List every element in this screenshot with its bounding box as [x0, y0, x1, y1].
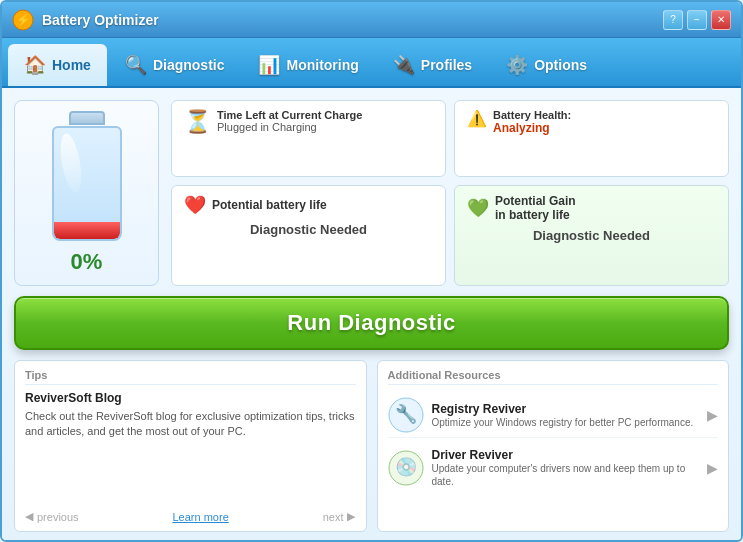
health-status: Analyzing: [493, 121, 571, 135]
battery-percent: 0%: [71, 249, 103, 275]
nav-monitoring-label: Monitoring: [286, 57, 358, 73]
time-header-row: ⏳ Time Left at Current Charge Plugged in…: [184, 109, 362, 135]
title-bar: ⚡ Battery Optimizer ? − ✕: [2, 2, 741, 38]
help-button[interactable]: ?: [663, 10, 683, 30]
potential-gain-label1: Potential Gain: [495, 194, 576, 208]
run-diagnostic-button[interactable]: Run Diagnostic: [14, 296, 729, 350]
potential-gain-header: 💚 Potential Gain in battery life: [467, 194, 716, 222]
learn-more-link[interactable]: Learn more: [173, 511, 229, 523]
health-info: Battery Health: Analyzing: [493, 109, 571, 135]
options-icon: ⚙️: [506, 54, 528, 76]
registry-reviver-arrow: ▶: [707, 407, 718, 423]
potential-gain-value: Diagnostic Needed: [467, 226, 716, 245]
resources-panel: Additional Resources 🔧 Registry Reviver …: [377, 360, 730, 532]
potential-life-label: Potential battery life: [212, 198, 327, 212]
potential-gain-panel: 💚 Potential Gain in battery life Diagnos…: [454, 185, 729, 287]
battery-cap: [69, 111, 105, 125]
app-icon: ⚡: [12, 9, 34, 31]
tips-next-button[interactable]: next ▶: [323, 510, 356, 523]
potential-life-value: Diagnostic Needed: [184, 220, 433, 239]
svg-text:💿: 💿: [395, 456, 418, 478]
info-panels: ⏳ Time Left at Current Charge Plugged in…: [171, 100, 729, 286]
driver-reviver-icon: 💿: [388, 450, 424, 486]
nav-options-label: Options: [534, 57, 587, 73]
health-panel: ⚠️ Battery Health: Analyzing: [454, 100, 729, 177]
driver-reviver-desc: Update your computer's drivers now and k…: [432, 462, 700, 488]
tips-title: ReviverSoft Blog: [25, 391, 356, 405]
registry-reviver-text: Registry Reviver Optimize your Windows r…: [432, 402, 700, 429]
heart-plus-icon: 💚: [467, 197, 489, 219]
battery-display: 0%: [14, 100, 159, 286]
health-label: Battery Health:: [493, 109, 571, 121]
tips-text: Check out the ReviverSoft blog for exclu…: [25, 409, 356, 440]
diagnostic-icon: 🔍: [125, 54, 147, 76]
tips-previous-button[interactable]: ◀ previous: [25, 510, 79, 523]
driver-reviver-arrow: ▶: [707, 460, 718, 476]
minimize-button[interactable]: −: [687, 10, 707, 30]
registry-reviver-desc: Optimize your Windows registry for bette…: [432, 416, 700, 429]
nav-bar: 🏠 Home 🔍 Diagnostic 📊 Monitoring 🔌 Profi…: [2, 38, 741, 88]
time-info: Time Left at Current Charge Plugged in C…: [217, 109, 362, 133]
top-section: 0% ⏳ Time Left at Current Charge Plugged…: [14, 100, 729, 286]
next-label: next: [323, 511, 344, 523]
time-sub: Plugged in Charging: [217, 121, 362, 133]
warning-triangle-icon: ⚠️: [467, 109, 487, 128]
nav-profiles-label: Profiles: [421, 57, 472, 73]
registry-reviver-icon: 🔧: [388, 397, 424, 433]
nav-options[interactable]: ⚙️ Options: [490, 44, 603, 86]
driver-reviver-item[interactable]: 💿 Driver Reviver Update your computer's …: [388, 444, 719, 492]
heart-icon: ❤️: [184, 194, 206, 216]
hourglass-icon: ⏳: [184, 109, 211, 135]
monitoring-icon: 📊: [258, 54, 280, 76]
time-panel: ⏳ Time Left at Current Charge Plugged in…: [171, 100, 446, 177]
app-title: Battery Optimizer: [42, 12, 655, 28]
left-arrow-icon: ◀: [25, 510, 33, 523]
potential-gain-label2: in battery life: [495, 208, 576, 222]
driver-reviver-text: Driver Reviver Update your computer's dr…: [432, 448, 700, 488]
battery-container: [47, 111, 127, 241]
time-label: Time Left at Current Charge: [217, 109, 362, 121]
tips-panel: Tips ReviverSoft Blog Check out the Revi…: [14, 360, 367, 532]
close-button[interactable]: ✕: [711, 10, 731, 30]
battery-fill: [54, 222, 120, 239]
registry-reviver-item[interactable]: 🔧 Registry Reviver Optimize your Windows…: [388, 393, 719, 438]
svg-text:⚡: ⚡: [16, 12, 31, 27]
nav-home-label: Home: [52, 57, 91, 73]
nav-diagnostic[interactable]: 🔍 Diagnostic: [109, 44, 241, 86]
nav-profiles[interactable]: 🔌 Profiles: [377, 44, 488, 86]
svg-text:🔧: 🔧: [395, 403, 418, 425]
resources-section-header: Additional Resources: [388, 369, 719, 385]
potential-life-header: ❤️ Potential battery life: [184, 194, 433, 216]
home-icon: 🏠: [24, 54, 46, 76]
main-content: 0% ⏳ Time Left at Current Charge Plugged…: [2, 88, 741, 542]
health-header-row: ⚠️ Battery Health: Analyzing: [467, 109, 571, 135]
right-arrow-icon: ▶: [347, 510, 355, 523]
bottom-section: Tips ReviverSoft Blog Check out the Revi…: [14, 360, 729, 532]
tips-section-header: Tips: [25, 369, 356, 385]
driver-reviver-title: Driver Reviver: [432, 448, 700, 462]
nav-monitoring[interactable]: 📊 Monitoring: [242, 44, 374, 86]
registry-reviver-title: Registry Reviver: [432, 402, 700, 416]
window-controls: ? − ✕: [663, 10, 731, 30]
battery-body: [52, 126, 122, 241]
nav-home[interactable]: 🏠 Home: [8, 44, 107, 86]
previous-label: previous: [37, 511, 79, 523]
potential-life-panel: ❤️ Potential battery life Diagnostic Nee…: [171, 185, 446, 287]
tips-navigation: ◀ previous Learn more next ▶: [25, 506, 356, 523]
profiles-icon: 🔌: [393, 54, 415, 76]
battery-shine: [56, 132, 84, 194]
potential-gain-labels: Potential Gain in battery life: [495, 194, 576, 222]
nav-diagnostic-label: Diagnostic: [153, 57, 225, 73]
